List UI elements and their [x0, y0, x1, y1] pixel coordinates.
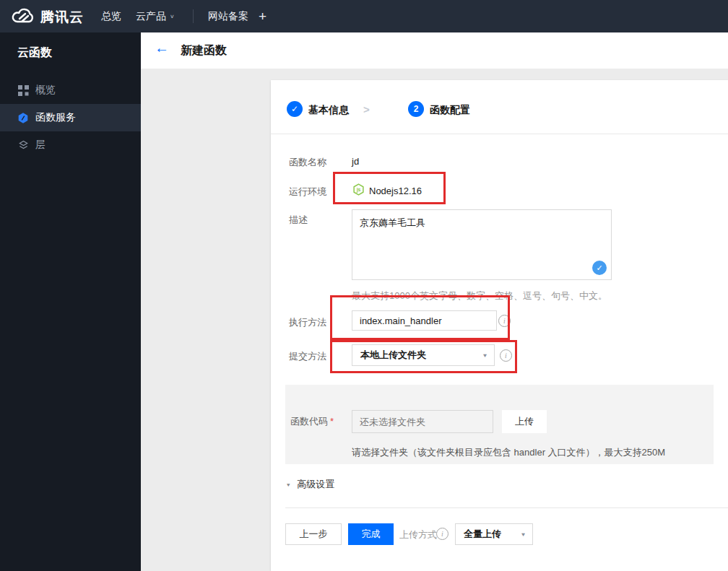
sidebar-item-label: 概览 — [35, 84, 56, 97]
chevron-down-icon: ∨ — [170, 14, 175, 19]
step-2-number: 2 — [408, 101, 424, 117]
sidebar-item-function-service[interactable]: 函数服务 — [0, 104, 141, 131]
handler-label: 执行方法 — [289, 316, 326, 329]
submit-method-label: 提交方法 — [289, 350, 326, 363]
grid-icon — [17, 84, 29, 96]
sidebar: 云函数 概览 函数服务 层 — [0, 32, 141, 571]
function-name-value: jd — [352, 156, 359, 167]
steps-divider — [271, 134, 728, 134]
chevron-down-icon: ▾ — [483, 352, 487, 358]
required-asterisk: * — [330, 416, 334, 427]
function-name-label: 函数名称 — [289, 156, 326, 169]
finish-button[interactable]: 完成 — [348, 523, 394, 545]
step-1-done-icon: ✓ — [287, 101, 303, 117]
nav-divider — [193, 9, 194, 23]
check-icon: ✓ — [291, 104, 298, 114]
description-label: 描述 — [289, 214, 308, 227]
sidebar-item-label: 函数服务 — [35, 111, 76, 124]
nodejs-icon: js — [352, 183, 365, 196]
function-code-label: 函数代码* — [290, 415, 334, 428]
sidebar-title: 云函数 — [17, 45, 52, 61]
upload-button-label: 上传 — [515, 415, 534, 428]
runtime-label: 运行环境 — [289, 186, 326, 199]
step-chevron-icon: > — [363, 103, 370, 115]
submit-method-info-icon[interactable]: i — [500, 349, 512, 362]
runtime-value: Nodejs12.16 — [369, 186, 422, 196]
top-navbar: 腾讯云 总览 云产品 ∨ 网站备案 + — [0, 0, 728, 32]
nav-item-overview[interactable]: 总览 — [101, 0, 121, 32]
handler-input[interactable] — [352, 310, 497, 331]
sidebar-item-layers[interactable]: 层 — [0, 131, 141, 159]
valid-check-icon: ✓ — [592, 261, 607, 275]
check-icon: ✓ — [596, 263, 602, 273]
upload-mode-info-icon[interactable]: i — [436, 528, 448, 540]
step-number-text: 2 — [414, 104, 419, 114]
description-hint: 最大支持1000个英文字母、数字、空格、逗号、句号、中文。 — [352, 289, 607, 302]
step-2-label: 函数配置 — [430, 104, 470, 117]
sidebar-item-overview[interactable]: 概览 — [0, 77, 141, 104]
page-title: 新建函数 — [181, 43, 227, 58]
previous-step-button[interactable]: 上一步 — [285, 523, 342, 545]
triangle-down-icon: ▾ — [287, 482, 290, 488]
advanced-settings-label: 高级设置 — [297, 479, 334, 489]
info-glyph: i — [441, 530, 443, 538]
function-code-label-text: 函数代码 — [290, 416, 328, 427]
tencent-cloud-logo-icon[interactable] — [10, 6, 36, 28]
finish-label: 完成 — [362, 528, 381, 541]
description-textarea[interactable]: 京东薅羊毛工具 — [352, 209, 612, 280]
handler-info-icon[interactable]: i — [498, 315, 511, 327]
nav-item-cloud-products[interactable]: 云产品 ∨ — [136, 0, 175, 32]
folder-path-input[interactable] — [352, 410, 493, 433]
step-1-label: 基本信息 — [308, 104, 349, 117]
upload-mode-value: 全量上传 — [456, 528, 521, 541]
nav-item-label: 总览 — [101, 10, 121, 23]
back-arrow-button[interactable]: ← — [155, 40, 169, 55]
upload-mode-select[interactable]: 全量上传 ▾ — [455, 523, 533, 545]
nodejs-icon-text: js — [356, 187, 361, 193]
layers-icon — [17, 139, 29, 151]
nav-item-label: 云产品 — [136, 10, 166, 23]
footer-divider — [285, 507, 728, 508]
create-function-card: ✓ 基本信息 > 2 函数配置 函数名称 jd 运行环境 js Nodejs12… — [271, 80, 728, 571]
brand-title[interactable]: 腾讯云 — [40, 8, 84, 27]
function-hexagon-icon — [17, 112, 29, 123]
chevron-down-icon: ▾ — [521, 531, 525, 537]
upload-button[interactable]: 上传 — [502, 410, 547, 433]
info-glyph: i — [505, 352, 507, 359]
plus-icon: + — [259, 9, 266, 25]
description-text: 京东薅羊毛工具 — [360, 217, 425, 228]
function-code-section: 函数代码* 上传 请选择文件夹（该文件夹根目录应包含 handler 入口文件）… — [285, 385, 714, 464]
advanced-settings-toggle[interactable]: ▾ 高级设置 — [287, 478, 334, 491]
function-code-hint: 请选择文件夹（该文件夹根目录应包含 handler 入口文件），最大支持250M — [352, 446, 665, 459]
nav-add-tab-button[interactable]: + — [259, 0, 266, 32]
submit-method-select[interactable]: 本地上传文件夹 ▾ — [352, 344, 495, 366]
page-header: ← 新建函数 — [141, 32, 728, 69]
submit-method-value: 本地上传文件夹 — [352, 349, 483, 362]
nav-item-label: 网站备案 — [208, 10, 248, 23]
previous-step-label: 上一步 — [300, 528, 328, 541]
nav-item-website-filing[interactable]: 网站备案 — [208, 0, 248, 32]
upload-mode-label: 上传方式 — [399, 528, 437, 541]
info-glyph: i — [503, 317, 506, 325]
sidebar-item-label: 层 — [35, 139, 46, 152]
